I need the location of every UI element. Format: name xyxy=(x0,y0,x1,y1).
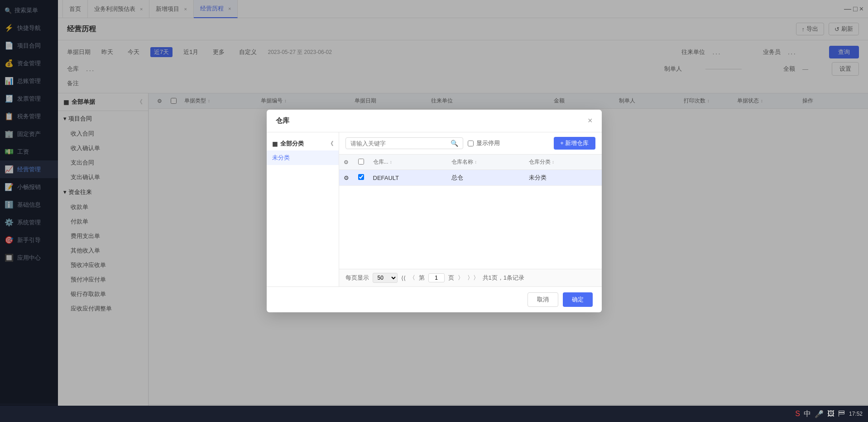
dialog-overlay: 仓库 × ▦ 全部分类 《 未分类 xyxy=(0,0,868,422)
taskbar-icon-4: 🖼 xyxy=(827,410,834,418)
row-settings-icon: ⚙ xyxy=(344,175,349,181)
show-disabled-checkbox[interactable] xyxy=(468,141,474,146)
dialog-page-input[interactable] xyxy=(428,273,445,282)
total-info: 共1页，1条记录 xyxy=(483,274,524,282)
row-code: DEFAULT xyxy=(369,170,447,186)
sort-warehouse-name[interactable]: ↕ xyxy=(475,160,477,165)
dialog-sidebar-header: ▦ 全部分类 《 xyxy=(267,137,339,150)
th-warehouse-category[interactable]: 仓库分类 ↕ xyxy=(524,155,602,170)
row-settings[interactable]: ⚙ xyxy=(339,170,354,186)
taskbar-icon-2: 中 xyxy=(804,409,811,419)
taskbar-icon-3: 🎤 xyxy=(815,410,824,418)
warehouse-dialog: 仓库 × ▦ 全部分类 《 未分类 xyxy=(267,110,602,312)
taskbar-time: 17:52 xyxy=(849,411,863,417)
th-checkbox[interactable] xyxy=(354,155,369,170)
page-label: 第 xyxy=(419,274,425,282)
dialog-body: ▦ 全部分类 《 未分类 🔍 xyxy=(267,132,602,286)
dialog-title: 仓库 xyxy=(276,116,289,125)
dialog-table: ⚙ 仓库... ↕ 仓库名称 xyxy=(339,155,602,269)
search-input-wrap: 🔍 xyxy=(345,137,463,149)
dialog-sidebar: ▦ 全部分类 《 未分类 xyxy=(267,132,339,286)
row-category: 未分类 xyxy=(524,170,602,186)
table-row[interactable]: ⚙ DEFAULT 总仓 未分类 xyxy=(339,170,602,186)
add-warehouse-label: + 新增仓库 xyxy=(560,139,589,147)
row-select-checkbox[interactable] xyxy=(358,174,364,180)
page-unit: 页 xyxy=(448,274,454,282)
dialog-per-page-select[interactable]: 50 100 xyxy=(373,273,398,283)
add-warehouse-button[interactable]: + 新增仓库 xyxy=(554,137,595,150)
taskbar-icon-1: S xyxy=(795,410,800,418)
dialog-content: 🔍 显示停用 + 新增仓库 xyxy=(339,132,602,286)
th-settings[interactable]: ⚙ xyxy=(339,155,354,170)
next-page-btn[interactable]: 〉 xyxy=(458,274,464,282)
th-warehouse-code[interactable]: 仓库... ↕ xyxy=(369,155,447,170)
per-page-label: 每页显示 xyxy=(345,274,369,282)
row-name: 总仓 xyxy=(447,170,524,186)
show-disabled-label[interactable]: 显示停用 xyxy=(468,139,500,147)
dialog-pagination: 每页显示 50 100 ⟨⟨ 〈 第 页 〉 〉〉 共1页，1条记录 xyxy=(339,269,602,286)
show-disabled-text: 显示停用 xyxy=(476,139,500,147)
col-settings-icon: ⚙ xyxy=(344,159,349,165)
taskbar-icons: S 中 🎤 🖼 ⛿ xyxy=(795,409,845,419)
dialog-toolbar: 🔍 显示停用 + 新增仓库 xyxy=(339,132,602,155)
last-page-btn[interactable]: 〉〉 xyxy=(467,274,479,282)
th-warehouse-name[interactable]: 仓库名称 ↕ xyxy=(447,155,524,170)
sidebar-collapse-btn[interactable]: 《 xyxy=(328,140,333,148)
dialog-footer: 取消 确定 xyxy=(267,286,602,312)
warehouse-search-input[interactable] xyxy=(350,140,448,147)
all-category-icon: ▦ xyxy=(272,141,278,147)
taskbar: S 中 🎤 🖼 ⛿ 17:52 xyxy=(0,406,868,422)
sort-warehouse-code[interactable]: ↕ xyxy=(390,160,392,165)
all-category-label[interactable]: 全部分类 xyxy=(280,140,304,148)
search-icon: 🔍 xyxy=(451,140,458,147)
sort-warehouse-category[interactable]: ↕ xyxy=(552,160,554,165)
cancel-button[interactable]: 取消 xyxy=(528,292,558,307)
prev-page-btn[interactable]: 〈 xyxy=(409,274,415,282)
first-page-btn[interactable]: ⟨⟨ xyxy=(401,275,406,281)
sidebar-item-uncategorized[interactable]: 未分类 xyxy=(267,150,339,165)
dialog-select-all[interactable] xyxy=(358,159,364,165)
uncategorized-label: 未分类 xyxy=(272,154,290,161)
dialog-close-button[interactable]: × xyxy=(588,116,593,126)
row-checkbox[interactable] xyxy=(354,170,369,186)
dialog-header: 仓库 × xyxy=(267,110,602,132)
taskbar-icon-5: ⛿ xyxy=(838,410,845,418)
confirm-button[interactable]: 确定 xyxy=(563,292,593,307)
